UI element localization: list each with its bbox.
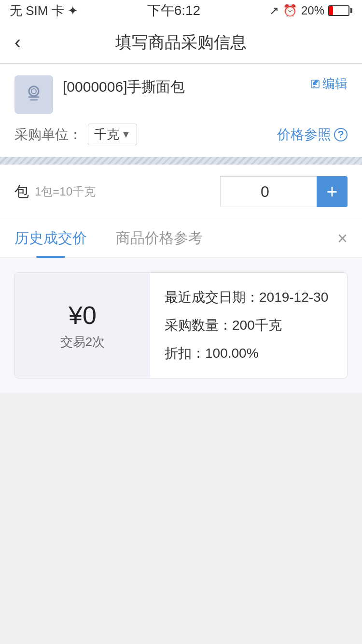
price-card: ¥0 交易2次 最近成交日期：2019-12-30 采购数量：200千克 折扣：… xyxy=(14,272,348,378)
tab-product-price-ref-label: 商品价格参考 xyxy=(116,228,203,248)
unit-selector[interactable]: 千克 ▼ xyxy=(88,124,137,145)
purchase-qty-value: 200千克 xyxy=(232,318,282,333)
dropdown-arrow-icon: ▼ xyxy=(121,129,131,140)
navigation-icon: ↗ xyxy=(269,4,279,17)
purchase-qty-label: 采购数量： xyxy=(165,318,232,333)
price-ref-label: 价格参照 xyxy=(277,126,331,144)
tab-product-price-ref[interactable]: 商品价格参考 xyxy=(116,219,203,258)
battery-icon xyxy=(328,5,352,16)
svg-point-0 xyxy=(29,86,39,96)
tabs-row: 历史成交价 商品价格参考 × xyxy=(0,219,362,258)
page-header: ‹ 填写商品采购信息 xyxy=(0,21,362,64)
price-reference-panel: 历史成交价 商品价格参考 × ¥0 交易2次 最近成交日期：2019-12-30… xyxy=(0,219,362,393)
recent-date-row: 最近成交日期：2019-12-30 xyxy=(165,287,333,308)
edit-label: 编辑 xyxy=(322,75,348,92)
unit-value: 千克 xyxy=(94,126,119,143)
edit-icon xyxy=(310,79,320,89)
product-info-left: [0000006]手撕面包 xyxy=(14,75,185,114)
quantity-conversion: 1包=10千克 xyxy=(35,184,96,199)
price-card-area: ¥0 交易2次 最近成交日期：2019-12-30 采购数量：200千克 折扣：… xyxy=(0,258,362,393)
status-time: 下午6:12 xyxy=(147,1,201,20)
discount-row: 折扣：100.00% xyxy=(165,343,333,364)
svg-point-1 xyxy=(31,89,36,94)
purchase-qty-row: 采购数量：200千克 xyxy=(165,315,333,336)
quantity-input[interactable] xyxy=(220,176,317,207)
unit-label: 采购单位： xyxy=(14,126,82,144)
battery-percent: 20% xyxy=(301,4,324,17)
status-right: ↗ ⏰ 20% xyxy=(269,4,352,17)
product-name: [0000006]手撕面包 xyxy=(63,75,185,97)
product-section: [0000006]手撕面包 编辑 采购单位： 千克 ▼ 价格参照 ? xyxy=(0,64,362,157)
tab-history-price-label: 历史成交价 xyxy=(14,228,87,248)
tab-history-price[interactable]: 历史成交价 xyxy=(14,219,87,258)
price-value: ¥0 xyxy=(69,301,97,330)
recent-date-label: 最近成交日期： xyxy=(165,290,259,305)
sim-status: 无 SIM 卡 ✦ xyxy=(10,2,78,19)
alarm-icon: ⏰ xyxy=(283,4,297,17)
back-button[interactable]: ‹ xyxy=(14,31,21,53)
price-card-left: ¥0 交易2次 xyxy=(15,273,150,378)
quantity-label-group: 包 1包=10千克 xyxy=(14,182,96,202)
quantity-unit: 包 xyxy=(14,182,29,202)
divider-stripe xyxy=(0,157,362,165)
price-card-right: 最近成交日期：2019-12-30 采购数量：200千克 折扣：100.00% xyxy=(150,273,347,378)
tab-active-underline xyxy=(36,256,65,258)
product-unit-left: 采购单位： 千克 ▼ xyxy=(14,124,137,145)
discount-value: 100.00% xyxy=(205,346,259,361)
discount-label: 折扣： xyxy=(165,346,205,361)
status-bar: 无 SIM 卡 ✦ 下午6:12 ↗ ⏰ 20% xyxy=(0,0,362,21)
help-icon: ? xyxy=(334,128,348,141)
status-left: 无 SIM 卡 ✦ xyxy=(10,2,78,19)
quantity-input-group: + xyxy=(220,176,348,207)
page-title: 填写商品采购信息 xyxy=(115,31,247,54)
close-panel-button[interactable]: × xyxy=(337,230,348,247)
tabs-left: 历史成交价 商品价格参考 xyxy=(14,219,203,258)
product-image xyxy=(14,75,53,114)
quantity-row: 包 1包=10千克 + xyxy=(0,165,362,219)
price-reference-button[interactable]: 价格参照 ? xyxy=(277,126,348,144)
quantity-plus-button[interactable]: + xyxy=(317,176,348,207)
product-logo-icon xyxy=(22,83,46,107)
price-trades: 交易2次 xyxy=(60,334,105,350)
recent-date-value: 2019-12-30 xyxy=(259,290,328,305)
edit-button[interactable]: 编辑 xyxy=(310,75,348,92)
